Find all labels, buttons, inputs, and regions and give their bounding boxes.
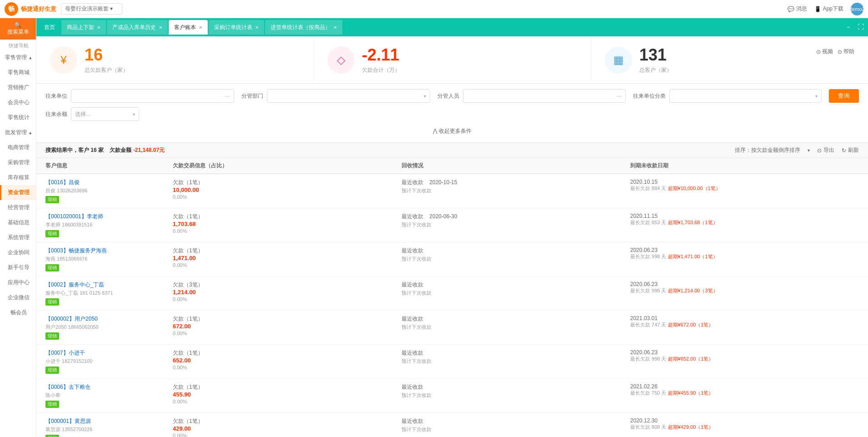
table-row: 【0001020001】李老师 李老师 18600391516 现销 欠款（1笔…	[36, 208, 868, 242]
top-bar-left: 畅 畅捷通好生意 母婴行业演示账套 ▾	[5, 2, 122, 16]
sidebar-item-app-center[interactable]: 应用中心	[0, 275, 36, 290]
sidebar-item-operations[interactable]: 经营管理	[0, 200, 36, 215]
cell-due-5: 2021.03.01 最长欠款 747 天 超期¥672.00（1笔）	[630, 315, 859, 328]
tab-inbound-summary-close[interactable]: ✕	[333, 25, 337, 30]
debt-count-6: 欠款（1笔）	[173, 349, 401, 357]
dept-select[interactable]: ▾	[267, 89, 430, 103]
overdue-4: 超期¥1,214.00（3笔）	[668, 288, 718, 293]
cell-due-6: 2020.06.23 最长欠款 998 天 超期¥652.00（1笔）	[630, 349, 859, 362]
logo-area: 畅 畅捷通好生意	[5, 2, 56, 16]
max-days-6: 最长欠款 998 天 超期¥652.00（1笔）	[630, 356, 859, 362]
tab-home[interactable]: 首页	[39, 20, 60, 35]
tab-product-toggle[interactable]: 商品上下架 ✕	[61, 20, 106, 35]
sidebar-item-finance[interactable]: 资金管理	[0, 185, 36, 200]
sidebar-item-enterprise-collab[interactable]: 企业协同	[0, 245, 36, 260]
cell-customer-5: 【000002】用户2050 用户2050 18665062050 现销	[45, 315, 173, 340]
overdue-8: 超期¥429.00（1笔）	[668, 424, 714, 430]
customer-name-1[interactable]: 【0016】昌俊	[45, 179, 173, 186]
stat-label-1: 总欠款客户（家）	[85, 66, 128, 74]
industry-selector[interactable]: 母婴行业演示账套 ▾	[61, 3, 122, 15]
debt-count-7: 欠款（1笔）	[173, 383, 401, 391]
sidebar-item-ecommerce[interactable]: 电商管理	[0, 140, 36, 155]
stat-value-1: 16	[85, 45, 128, 65]
sidebar-search[interactable]: 🔍 搜索菜单	[0, 18, 36, 40]
header-recovery: 回收情况	[401, 162, 630, 170]
cell-customer-2: 【0001020001】李老师 李老师 18600391516 现销	[45, 213, 173, 237]
tab-bar: 首页 商品上下架 ✕ 产成品入库单历史 ✕ 客户账本 ✕ 采购订单统计表 ✕ 进…	[36, 18, 868, 36]
sidebar-item-inventory[interactable]: 库存核算	[0, 170, 36, 185]
tab-purchase-summary-close[interactable]: ✕	[255, 25, 259, 30]
debt-amount-6: 652.00	[173, 357, 401, 364]
source-unit-input[interactable]: ···	[71, 89, 234, 103]
filter-row-1: 往来单位 ··· 分管部门 ▾ 分管人员	[45, 89, 859, 103]
customer-name-4[interactable]: 【0002】服务中心_丁磊	[45, 281, 173, 289]
sidebar-item-enterprise-wechat[interactable]: 企业微信	[0, 290, 36, 305]
sidebar-item-members[interactable]: 会员中心	[0, 95, 36, 110]
sidebar-item-new-guide[interactable]: 新手引导	[0, 260, 36, 275]
person-dots: ···	[617, 92, 622, 100]
message-button[interactable]: 💬 消息	[788, 5, 807, 13]
stat-icon-2: ◇	[327, 46, 355, 74]
tab-inbound-summary[interactable]: 进货单统计表（按商品） ✕	[265, 20, 342, 35]
sort-label[interactable]: 排序：按欠款金额倒序排序	[735, 146, 800, 154]
tab-purchase-summary[interactable]: 采购订单统计表 ✕	[209, 20, 264, 35]
stat-info-1: 16 总欠款客户（家）	[85, 45, 128, 74]
sidebar-item-purchase[interactable]: 采购管理	[0, 155, 36, 170]
stats-area: ¥ 16 总欠款客户（家） ◇ -2.11 欠款合计（万）	[36, 36, 868, 84]
tab-customer-account-close[interactable]: ✕	[199, 25, 202, 30]
main-layout: 🔍 搜索菜单 快捷导航 零售管理 ▲ 零售商城 营销推广 会员中心 零售统计 批…	[0, 18, 868, 437]
video-action[interactable]: ⊙ 视频	[816, 48, 833, 55]
stat-block-3: ▦ 131 总客户（家） ⊙ 视频 ⊙ 帮助	[591, 36, 868, 83]
stat-info-2: -2.11 欠款合计（万）	[362, 45, 400, 74]
customer-name-3[interactable]: 【0003】畅捷服务尹海燕	[45, 247, 173, 255]
sidebar-item-marketing[interactable]: 营销推广	[0, 80, 36, 95]
next-label-2: 预计下次收款	[401, 221, 630, 228]
unit-category-select[interactable]: ▾	[669, 89, 822, 103]
header-debt-info: 欠款交易信息（占比）	[173, 162, 401, 170]
balance-select[interactable]: 选择... ▾	[71, 107, 139, 121]
due-date-2: 2020.11.15	[630, 213, 859, 219]
customer-tag-2: 现销	[45, 230, 59, 237]
source-unit-label: 往来单位	[45, 92, 67, 100]
customer-tag-3: 现销	[45, 264, 59, 271]
cell-due-7: 2021.02.26 最长欠款 750 天 超期¥455.90（1笔）	[630, 383, 859, 397]
top-bar-right: 💬 消息 📱 App下载 demo2	[788, 3, 863, 15]
cell-debt-1: 欠款（1笔） 10,000.00 0.00%	[173, 179, 401, 200]
overdue-1: 超期¥10,000.00（1笔）	[668, 186, 721, 191]
next-label-3: 预计下次收款	[401, 256, 630, 262]
customer-name-7[interactable]: 【0006】去下粮仓	[45, 383, 173, 391]
tab-minimize-button[interactable]: －	[843, 23, 853, 31]
tab-product-toggle-label: 商品上下架	[67, 24, 94, 31]
sidebar-item-basic-info[interactable]: 基础信息	[0, 215, 36, 230]
collapse-row[interactable]: ⋀ 收起更多条件	[45, 126, 859, 137]
recent-label-2: 最近收款 2020-06-30	[401, 213, 630, 221]
tab-product-history[interactable]: 产成品入库单历史 ✕	[107, 20, 168, 35]
overdue-6: 超期¥652.00（1笔）	[668, 356, 714, 362]
sidebar-item-retail-store[interactable]: 零售商城	[0, 65, 36, 80]
balance-placeholder: 选择...	[75, 111, 90, 118]
sidebar-item-retail-mgmt[interactable]: 零售管理 ▲	[0, 50, 36, 65]
refresh-button[interactable]: ↻ 刷新	[842, 146, 859, 154]
user-profile[interactable]: demo2	[851, 3, 863, 15]
export-button[interactable]: ⊙ 导出	[817, 146, 834, 154]
customer-name-6[interactable]: 【0007】小进干	[45, 349, 173, 357]
tab-maximize-button[interactable]: ⛶	[856, 23, 866, 31]
help-action[interactable]: ⊙ 帮助	[838, 48, 854, 55]
person-input[interactable]: ···	[463, 89, 626, 103]
customer-name-5[interactable]: 【000002】用户2050	[45, 315, 173, 323]
app-download-button[interactable]: 📱 App下载	[814, 5, 843, 13]
tab-product-history-close[interactable]: ✕	[159, 25, 162, 30]
customer-name-2[interactable]: 【0001020001】李老师	[45, 213, 173, 221]
sidebar-item-batch-mgmt[interactable]: 批发管理 ▲	[0, 125, 36, 140]
tab-home-label: 首页	[44, 24, 55, 31]
tab-customer-account[interactable]: 客户账本 ✕	[169, 20, 208, 35]
debt-amount-4: 1,214.00	[173, 289, 401, 296]
sidebar-item-retail-stats[interactable]: 零售统计	[0, 110, 36, 125]
help-icon: ⊙	[838, 49, 842, 55]
sidebar-item-system[interactable]: 系统管理	[0, 230, 36, 245]
search-button[interactable]: 查询	[829, 89, 859, 103]
customer-name-8[interactable]: 【000001】黄思源	[45, 417, 173, 425]
tab-product-toggle-close[interactable]: ✕	[97, 25, 100, 30]
sidebar-item-vip-member[interactable]: 畅会员	[0, 305, 36, 320]
source-unit-group: 往来单位 ···	[45, 89, 234, 103]
